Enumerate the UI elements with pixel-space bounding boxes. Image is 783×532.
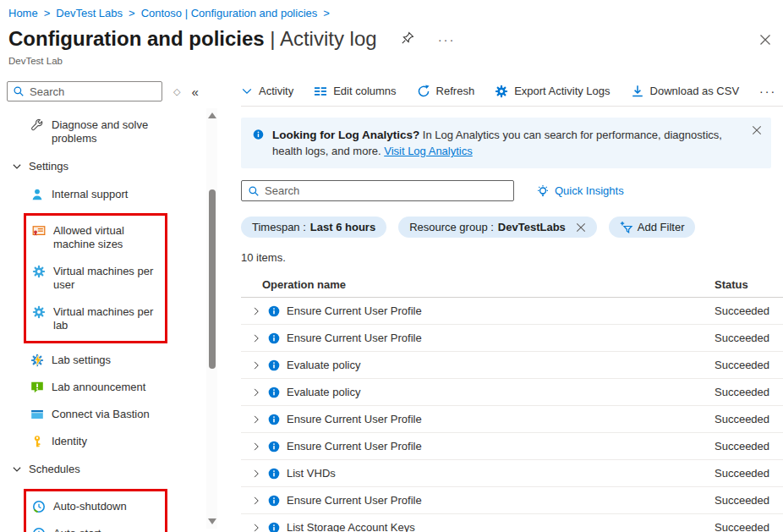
sidebar-group-schedules[interactable]: Schedules xyxy=(0,455,223,484)
table-row[interactable]: Ensure Current User Profile Succeeded xyxy=(241,406,783,433)
sidebar-search-input[interactable] xyxy=(30,85,156,98)
sidebar-item-identity[interactable]: Identity xyxy=(0,428,223,455)
table-row[interactable]: Ensure Current User Profile Succeeded xyxy=(241,325,783,352)
table-row[interactable]: List Storage Account Keys Succeeded xyxy=(241,514,783,532)
log-search-input[interactable] xyxy=(265,184,507,197)
activity-dropdown[interactable]: Activity xyxy=(241,85,293,97)
timespan-filter-pill[interactable]: Timespan : Last 6 hours xyxy=(241,217,386,238)
table-row[interactable]: List VHDs Succeeded xyxy=(241,460,783,487)
expand-chevron-icon[interactable] xyxy=(251,523,261,532)
column-status[interactable]: Status xyxy=(715,278,783,291)
breadcrumb: Home>DevTest Labs>Contoso | Configuratio… xyxy=(8,7,336,19)
clock-icon xyxy=(32,527,46,532)
wrench-icon xyxy=(30,118,44,132)
table-row[interactable]: Ensure Current User Profile Succeeded xyxy=(241,487,783,514)
banner-close-button[interactable] xyxy=(752,125,762,138)
scroll-up-arrow-icon[interactable] xyxy=(208,112,216,118)
breadcrumb-home[interactable]: Home xyxy=(8,7,38,19)
clock-icon xyxy=(32,500,46,513)
sidebar-scrollbar[interactable] xyxy=(206,108,217,529)
status-value: Succeeded xyxy=(715,332,783,344)
sidebar-item-auto-shutdown[interactable]: Auto-shutdown xyxy=(26,493,165,520)
table-row[interactable]: Ensure Current User Profile Succeeded xyxy=(241,298,783,325)
close-icon xyxy=(752,125,762,135)
scrollbar-thumb[interactable] xyxy=(209,189,216,369)
banner-title: Looking for Log Analytics? xyxy=(272,129,419,141)
activity-log-panel: Activity Edit columns Refresh Export Act… xyxy=(241,76,783,532)
banner-text: Looking for Log Analytics? In Log Analyt… xyxy=(272,127,742,159)
operation-name: List VHDs xyxy=(287,467,708,480)
diamond-icon[interactable]: ◇ xyxy=(173,86,180,97)
breadcrumb-contoso-config[interactable]: Contoso | Configuration and policies xyxy=(141,7,318,19)
highlight-box-schedules: Auto-shutdown Auto-start Auto shutdown p… xyxy=(24,489,167,532)
collapse-sidebar-icon[interactable]: « xyxy=(191,85,198,99)
info-icon xyxy=(268,522,280,532)
status-value: Succeeded xyxy=(715,413,783,425)
chevron-down-icon xyxy=(12,162,22,172)
table-row[interactable]: Ensure Current User Profile Succeeded xyxy=(241,433,783,460)
quick-insights-button[interactable]: Quick Insights xyxy=(536,184,624,198)
person-icon xyxy=(30,188,44,201)
sidebar-item-lab-announcement[interactable]: Lab announcement xyxy=(0,374,223,401)
column-operation-name[interactable]: Operation name xyxy=(262,278,715,291)
filter-pills: Timespan : Last 6 hours Resource group :… xyxy=(241,217,783,238)
table-row[interactable]: Evaluate policy Succeeded xyxy=(241,379,783,406)
sidebar-item-label: Lab announcement xyxy=(52,381,172,394)
sidebar-item-diagnose[interactable]: Diagnose and solve problems xyxy=(0,112,223,152)
remove-filter-icon[interactable] xyxy=(576,222,586,233)
sidebar-search-box xyxy=(7,81,162,101)
resource-group-filter-pill[interactable]: Resource group : DevTestLabs xyxy=(398,217,597,238)
refresh-icon xyxy=(417,85,430,98)
sidebar-item-vm-per-lab[interactable]: Virtual machines per lab xyxy=(26,299,165,339)
blade-close-button[interactable] xyxy=(759,34,771,48)
gear-icon xyxy=(32,265,46,278)
info-icon xyxy=(268,387,280,398)
export-activity-logs-button[interactable]: Export Activity Logs xyxy=(495,85,610,98)
sidebar-item-label: Identity xyxy=(52,435,172,448)
breadcrumb-devtest-labs[interactable]: DevTest Labs xyxy=(56,7,123,19)
info-icon xyxy=(268,468,280,480)
pin-icon xyxy=(401,31,414,45)
sidebar-item-label: Virtual machines per lab xyxy=(53,305,165,332)
expand-chevron-icon[interactable] xyxy=(251,306,261,316)
sidebar-item-lab-settings[interactable]: Lab settings xyxy=(0,347,223,374)
expand-chevron-icon[interactable] xyxy=(251,360,261,370)
scroll-down-arrow-icon[interactable] xyxy=(208,518,216,524)
lightbulb-icon xyxy=(536,184,550,198)
highlight-box-vm-policies: Allowed virtual machine sizes Virtual ma… xyxy=(24,213,167,343)
refresh-button[interactable]: Refresh xyxy=(417,85,475,98)
expand-chevron-icon[interactable] xyxy=(251,496,261,506)
sidebar-item-allowed-vm-sizes[interactable]: Allowed virtual machine sizes xyxy=(26,217,165,258)
sidebar-item-label: Connect via Bastion xyxy=(52,408,172,421)
add-filter-pill[interactable]: Add Filter xyxy=(609,217,696,238)
status-value: Succeeded xyxy=(715,467,783,480)
download-csv-button[interactable]: Download as CSV xyxy=(631,85,740,98)
expand-chevron-icon[interactable] xyxy=(251,414,261,425)
expand-chevron-icon[interactable] xyxy=(251,387,261,398)
announcement-icon xyxy=(30,381,44,394)
expand-chevron-icon[interactable] xyxy=(251,333,261,343)
status-value: Succeeded xyxy=(715,440,783,452)
edit-columns-button[interactable]: Edit columns xyxy=(314,85,396,98)
sidebar-item-vm-per-user[interactable]: Virtual machines per user xyxy=(26,258,165,299)
expand-chevron-icon[interactable] xyxy=(251,442,261,452)
sidebar-group-settings[interactable]: Settings xyxy=(0,152,223,181)
page-title: Configuration and policies | Activity lo… xyxy=(8,27,377,51)
expand-chevron-icon[interactable] xyxy=(251,469,261,479)
sidebar-menu: Diagnose and solve problems Settings Int… xyxy=(0,101,223,532)
info-icon xyxy=(268,495,280,507)
operation-name: List Storage Account Keys xyxy=(287,521,708,532)
visit-log-analytics-link[interactable]: Visit Log Analytics xyxy=(384,145,473,157)
sidebar-item-label: Allowed virtual machine sizes xyxy=(53,224,165,251)
command-bar-more-button[interactable]: ··· xyxy=(759,85,776,98)
pin-button[interactable] xyxy=(401,31,414,47)
title-more-button[interactable]: ··· xyxy=(438,32,456,47)
info-icon xyxy=(268,305,280,317)
sidebar-item-connect-bastion[interactable]: Connect via Bastion xyxy=(0,401,223,428)
table-row[interactable]: Evaluate policy Succeeded xyxy=(241,352,783,379)
sidebar-item-auto-start[interactable]: Auto-start xyxy=(26,520,165,532)
sidebar-item-label: Virtual machines per user xyxy=(53,265,165,292)
sidebar-item-internal-support[interactable]: Internal support xyxy=(0,181,223,208)
status-value: Succeeded xyxy=(715,494,783,507)
info-icon xyxy=(253,127,264,142)
